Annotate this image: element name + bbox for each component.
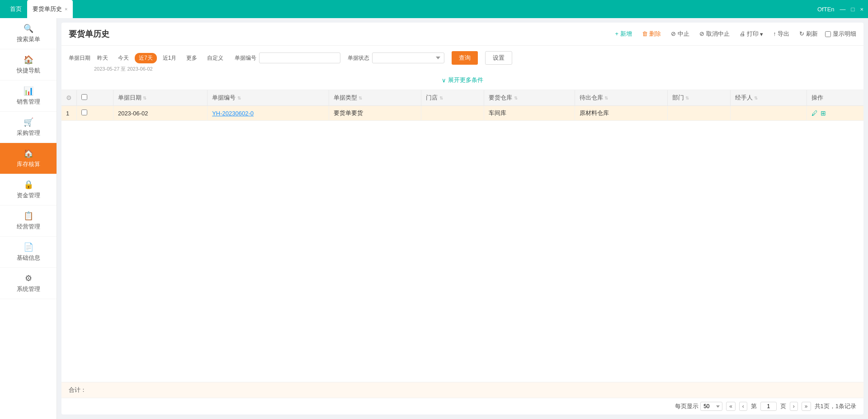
col-date[interactable]: 单据日期 ⇅	[113, 90, 207, 106]
filter-row: 单据日期 昨天 今天 近7天 近1月 更多 自定义 单据编号	[69, 51, 856, 65]
sidebar-item-ops-mgmt-label: 经营管理	[17, 223, 40, 231]
tab-home-label: 首页	[10, 5, 22, 13]
data-table: ⚙ 单据日期 ⇅ 单据编号 ⇅	[61, 90, 863, 121]
window-close-icon[interactable]: ×	[860, 6, 863, 13]
sidebar-item-finance-mgmt[interactable]: 🔒 资金管理	[0, 174, 57, 205]
window-minimize-icon[interactable]: —	[840, 6, 846, 13]
new-button[interactable]: + 新增	[613, 28, 635, 40]
export-button[interactable]: ↑ 导出	[770, 28, 792, 40]
col-store-label: 门店	[426, 94, 438, 101]
cancel-stop-button[interactable]: ⊘ 取消中止	[697, 28, 732, 40]
per-page-select[interactable]: 10 20 50 100	[700, 402, 722, 411]
sidebar-item-purchase-mgmt[interactable]: 🛒 采购管理	[0, 112, 57, 143]
sidebar-item-inventory-label: 库存核算	[17, 160, 40, 168]
sidebar-item-quick-nav[interactable]: 🏠 快捷导航	[0, 49, 57, 81]
delete-button[interactable]: 🗑 删除	[639, 28, 664, 40]
sidebar-item-inventory[interactable]: 🏠 库存核算	[0, 143, 57, 174]
print-dropdown-icon[interactable]: ▾	[760, 31, 763, 38]
sidebar-item-sales-mgmt[interactable]: 📊 销售管理	[0, 81, 57, 112]
sidebar-item-basic-info[interactable]: 📄 基础信息	[0, 237, 57, 268]
prev-page-button[interactable]: ‹	[739, 402, 747, 411]
refresh-button-label: ↻ 刷新	[799, 30, 818, 38]
cell-req-warehouse: 车间库	[484, 106, 575, 121]
page-suffix: 页	[780, 402, 786, 410]
col-doc-type-sort-icon: ⇅	[359, 95, 362, 100]
query-button[interactable]: 查询	[452, 51, 478, 65]
row-checkbox[interactable]	[81, 110, 87, 115]
inventory-icon: 🏠	[24, 148, 33, 158]
delete-row-icon[interactable]: ⊞	[821, 110, 826, 117]
col-action-label: 操作	[811, 94, 823, 101]
sidebar-item-basic-info-label: 基础信息	[17, 254, 40, 262]
col-store[interactable]: 门店 ⇅	[421, 90, 484, 106]
row-doc-no-link[interactable]: YH-20230602-0	[212, 110, 254, 117]
col-settings[interactable]: ⚙	[61, 90, 77, 106]
new-button-label: + 新增	[615, 30, 632, 38]
cell-index: 1	[61, 106, 77, 121]
col-store-sort-icon: ⇅	[439, 95, 443, 100]
show-detail-label: 显示明细	[833, 30, 856, 38]
last-page-button[interactable]: »	[802, 402, 811, 411]
col-dept[interactable]: 部门 ⇅	[667, 90, 730, 106]
date-btn-1month[interactable]: 近1月	[159, 53, 181, 63]
col-doc-no[interactable]: 单据编号 ⇅	[208, 90, 329, 106]
show-detail-checkbox[interactable]	[825, 31, 831, 37]
tab-close-icon[interactable]: ×	[65, 6, 67, 12]
cell-doc-no[interactable]: YH-20230602-0	[208, 106, 329, 121]
tab-doc-history[interactable]: 要货单历史 ×	[27, 0, 73, 18]
expand-more-btn[interactable]: ∨ 展开更多条件	[69, 76, 856, 84]
col-doc-type[interactable]: 单据类型 ⇅	[329, 90, 421, 106]
table-header-row: ⚙ 单据日期 ⇅ 单据编号 ⇅	[61, 90, 863, 106]
date-btn-7days[interactable]: 近7天	[135, 53, 157, 63]
footer-summary: 合计：	[61, 382, 863, 398]
refresh-button[interactable]: ↻ 刷新	[797, 28, 821, 40]
sys-mgmt-icon: ⚙	[25, 273, 32, 283]
status-label: 单据状态	[348, 54, 369, 62]
col-date-label: 单据日期	[118, 94, 142, 101]
col-settings-icon[interactable]: ⚙	[66, 94, 72, 101]
col-req-warehouse[interactable]: 要货仓库 ⇅	[484, 90, 575, 106]
date-btn-more[interactable]: 更多	[182, 53, 201, 63]
sidebar-item-search-menu[interactable]: 🔍 搜索菜单	[0, 18, 57, 49]
print-button[interactable]: 🖨 打印 ▾	[737, 28, 766, 40]
tab-home[interactable]: 首页	[5, 0, 27, 18]
doc-no-input[interactable]	[259, 52, 340, 63]
col-out-warehouse[interactable]: 待出仓库 ⇅	[575, 90, 668, 106]
sidebar-item-sys-mgmt[interactable]: ⚙ 系统管理	[0, 268, 57, 299]
page-input[interactable]	[760, 402, 777, 411]
cell-handler	[730, 106, 807, 121]
filter-area: 单据日期 昨天 今天 近7天 近1月 更多 自定义 单据编号	[61, 46, 863, 90]
stop-button-label: ⊘ 中止	[671, 30, 689, 38]
edit-icon[interactable]: 🖊	[811, 110, 818, 117]
cell-store	[421, 106, 484, 121]
sidebar: 🔍 搜索菜单 🏠 快捷导航 📊 销售管理 🛒 采购管理 🏠 库存核算 🔒 资金管…	[0, 18, 57, 419]
next-page-button[interactable]: ›	[790, 402, 798, 411]
date-btn-custom[interactable]: 自定义	[203, 53, 227, 63]
col-checkbox[interactable]	[77, 90, 113, 106]
often-label: OfTEn	[817, 6, 835, 13]
status-select[interactable]	[372, 52, 444, 63]
sidebar-item-ops-mgmt[interactable]: 📋 经营管理	[0, 205, 57, 237]
date-btn-today[interactable]: 今天	[114, 53, 133, 63]
col-dept-label: 部门	[672, 94, 684, 101]
cell-checkbox[interactable]	[77, 106, 113, 121]
toolbar: + 新增 🗑 删除 ⊘ 中止 ⊘ 取消中止 🖨 打印 ▾	[613, 28, 856, 40]
window-maximize-icon[interactable]: □	[851, 6, 855, 13]
per-page-label: 每页显示	[675, 402, 698, 410]
filter-status: 单据状态	[348, 52, 444, 63]
basic-info-icon: 📄	[24, 242, 33, 252]
col-out-warehouse-sort-icon: ⇅	[604, 95, 608, 100]
page-card: 要货单历史 + 新增 🗑 删除 ⊘ 中止 ⊘ 取消中止 🖨	[61, 23, 863, 414]
row-out-warehouse: 原材料仓库	[580, 110, 609, 116]
col-handler[interactable]: 经手人 ⇅	[730, 90, 807, 106]
date-btn-yesterday[interactable]: 昨天	[93, 53, 112, 63]
pagination-bar: 每页显示 10 20 50 100 « ‹ 第 页 › » 共1页，1条记录	[61, 398, 863, 414]
stop-button[interactable]: ⊘ 中止	[668, 28, 692, 40]
show-detail-checkbox-label[interactable]: 显示明细	[825, 30, 856, 38]
settings-button[interactable]: 设置	[485, 51, 512, 65]
first-page-button[interactable]: «	[726, 402, 736, 411]
select-all-checkbox[interactable]	[81, 94, 87, 100]
date-filter-buttons: 昨天 今天 近7天 近1月 更多 自定义	[93, 53, 227, 63]
filter-date: 单据日期 昨天 今天 近7天 近1月 更多 自定义	[69, 53, 227, 63]
quick-nav-icon: 🏠	[24, 55, 33, 65]
